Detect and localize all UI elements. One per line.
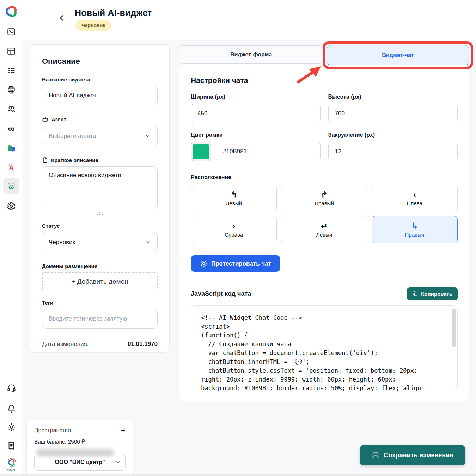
tags-label: Теги — [42, 300, 158, 306]
modified-date-label: Дата изменения: — [42, 341, 89, 348]
visgpt-logo-label: VisGPT — [0, 469, 23, 471]
border-color-input[interactable] — [216, 142, 321, 161]
infinity-icon[interactable]: ∞ — [0, 124, 23, 134]
radius-label: Закругление (px) — [328, 132, 458, 138]
add-domain-button[interactable]: + Добавить домен — [42, 272, 158, 291]
back-button[interactable] — [56, 13, 67, 23]
svg-text:ω: ω — [9, 183, 14, 190]
modified-date-value: 01.01.1970 — [128, 341, 158, 348]
settings-gear-icon[interactable] — [0, 202, 23, 211]
short-description-textarea[interactable]: Описание нового виджета — [42, 166, 158, 209]
status-label: Статус — [42, 223, 158, 229]
layout-icon[interactable] — [0, 47, 23, 56]
chevron-down-icon — [115, 459, 121, 465]
printer-icon[interactable] — [0, 85, 23, 94]
sidebar: ∞ A ω — [0, 0, 23, 476]
border-color-label: Цвет рамки — [191, 132, 321, 138]
theme-sun-icon[interactable] — [0, 422, 23, 432]
workspace-card: Пространство + Ваш баланс: 2500 ₽ ООО "В… — [26, 420, 133, 475]
position-option-bottom-right-selected[interactable]: ↳ Правый — [372, 216, 458, 243]
app-logo-icon[interactable] — [0, 5, 23, 19]
agent-select[interactable]: Выберите агента — [42, 126, 158, 146]
width-input[interactable] — [191, 104, 321, 123]
chevron-left-icon: ‹ — [413, 190, 416, 199]
list-icon[interactable] — [0, 66, 23, 75]
eye-icon — [200, 260, 207, 267]
bottom-scrollbar-track[interactable] — [0, 474, 476, 476]
position-option-top-right[interactable]: ↱ Правый — [281, 185, 367, 212]
docs-colored-icon[interactable] — [0, 144, 23, 153]
visgpt-logo[interactable]: VisGPT — [0, 457, 23, 471]
return-arrow-icon: ↵ — [321, 222, 328, 231]
sidebar-item-widgets-active[interactable]: ω — [3, 178, 19, 194]
arrow-down-right-icon: ↳ — [411, 222, 418, 231]
chat-settings-panel: Настройки чата Ширина (px) Высота (px) Ц… — [179, 64, 469, 402]
chevron-down-icon — [145, 239, 151, 245]
organization-name: ООО "ВИС центр" — [55, 459, 105, 465]
robot-icon — [42, 116, 49, 123]
users-icon[interactable] — [0, 105, 23, 114]
save-changes-button[interactable]: Сохранить изменения — [360, 445, 465, 465]
page-header: Новый AI-виджет Черновик — [23, 0, 476, 40]
js-code-text: <!-- AI Widget Chat Code --> <script> (f… — [201, 313, 426, 391]
arrow-up-right-icon: ↱ — [321, 190, 328, 199]
domains-label: Домены размещения — [42, 263, 158, 269]
position-option-top-left[interactable]: ↰ Левый — [191, 185, 277, 212]
agent-label: Агент — [42, 116, 158, 123]
widget-name-input[interactable] — [42, 86, 158, 105]
chevron-down-icon — [145, 133, 151, 139]
color-swatch-fill — [193, 144, 209, 159]
tags-input[interactable] — [42, 309, 158, 329]
tab-widget-form[interactable]: Виджет-форма — [179, 45, 323, 64]
position-options: ↰ Левый ↱ Правый ‹ Слева › Справа ↵ Левы… — [191, 185, 458, 243]
terminal-icon[interactable] — [0, 27, 23, 36]
modified-date-row: Дата изменения: 01.01.1970 — [42, 341, 158, 348]
agent-select-value: Выберите агента — [49, 133, 96, 140]
blurred-account-text — [36, 449, 114, 457]
js-code-block[interactable]: <!-- AI Widget Chat Code --> <script> (f… — [191, 305, 458, 391]
save-floppy-icon — [372, 451, 379, 459]
page-title: Новый AI-виджет — [75, 8, 152, 18]
svg-text:A: A — [9, 164, 14, 171]
status-select-value: Черновик — [49, 239, 75, 246]
document-icon — [42, 157, 48, 163]
short-description-label: Краткое описание — [42, 157, 158, 163]
description-panel: Описание Название виджета Агент Выберите… — [30, 44, 170, 353]
status-select[interactable]: Черновик — [42, 232, 158, 252]
tab-widget-chat[interactable]: Виджет-чат — [327, 45, 469, 65]
status-badge: Черновик — [75, 20, 111, 31]
position-option-left[interactable]: ‹ Слева — [372, 185, 458, 212]
position-option-right[interactable]: › Справа — [191, 216, 277, 243]
position-label: Расположение — [191, 174, 458, 181]
js-code-label: JavaScript код чата — [191, 290, 251, 298]
chevron-right-icon: › — [232, 222, 235, 231]
copy-code-button[interactable]: Копировать — [407, 287, 458, 300]
balance-text: Ваш баланс: 2500 ₽ — [34, 439, 126, 445]
support-headset-icon[interactable] — [0, 383, 23, 393]
radius-input[interactable] — [328, 142, 458, 161]
receipt-icon[interactable] — [0, 441, 23, 450]
notifications-bell-icon[interactable] — [0, 404, 23, 414]
description-title: Описание — [42, 57, 158, 66]
height-label: Высота (px) — [328, 94, 458, 100]
chat-settings-title: Настройки чата — [191, 76, 458, 85]
textarea-resize-handle[interactable] — [96, 212, 104, 215]
widget-name-label: Название виджета — [42, 77, 158, 83]
copy-icon — [412, 291, 418, 297]
arrow-up-left-icon: ↰ — [231, 190, 237, 199]
test-chat-button[interactable]: Протестировать чат — [191, 255, 280, 272]
letter-a-icon[interactable]: A — [0, 163, 23, 172]
width-label: Ширина (px) — [191, 94, 321, 100]
height-input[interactable] — [328, 104, 458, 123]
code-scrollbar[interactable] — [452, 309, 456, 347]
position-option-bottom-left[interactable]: ↵ Левый — [281, 216, 367, 243]
color-picker-swatch[interactable] — [191, 142, 211, 161]
add-workspace-button[interactable]: + — [121, 426, 126, 434]
workspace-title: Пространство — [34, 427, 71, 434]
